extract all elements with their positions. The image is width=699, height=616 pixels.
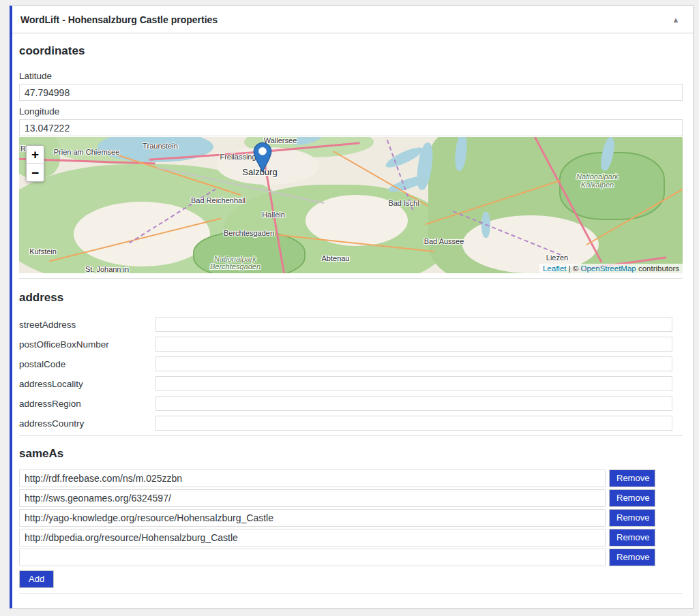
map-label: Liezen bbox=[546, 253, 568, 262]
street-address-input[interactable] bbox=[155, 317, 672, 332]
post-office-box-number-input[interactable] bbox=[155, 337, 672, 352]
attribution-suffix: contributors bbox=[636, 264, 679, 273]
zoom-in-button[interactable]: + bbox=[27, 146, 44, 164]
sameas-heading: sameAs bbox=[19, 447, 683, 460]
remove-button[interactable]: Remove bbox=[609, 509, 655, 527]
map-label: St. Johann in bbox=[85, 265, 129, 273]
map-label: Bad Aussee bbox=[424, 237, 464, 245]
wordlift-properties-metabox: WordLift - Hohensalzburg Castle properti… bbox=[10, 5, 694, 609]
address-region-input[interactable] bbox=[155, 396, 672, 411]
latitude-label: Latitude bbox=[19, 71, 683, 81]
map-label-park: Kalkalpen bbox=[581, 181, 614, 189]
address-country-input[interactable] bbox=[155, 416, 672, 431]
map-label-park: Nationalpark bbox=[576, 172, 619, 181]
address-row: postalCode bbox=[19, 356, 683, 371]
address-row: addressRegion bbox=[19, 396, 683, 411]
sameas-url-input[interactable] bbox=[19, 549, 606, 566]
add-button[interactable]: Add bbox=[19, 570, 54, 588]
map-label: Hallein bbox=[262, 211, 285, 219]
map-label-park: Berchtesgaden bbox=[210, 262, 261, 271]
map-label: Berchtesgaden bbox=[224, 229, 274, 237]
latitude-input[interactable] bbox=[19, 84, 683, 101]
sameas-row: Remove bbox=[19, 489, 683, 507]
address-locality-label: addressLocality bbox=[19, 379, 155, 389]
remove-button[interactable]: Remove bbox=[609, 529, 655, 546]
section-divider bbox=[19, 593, 683, 594]
address-row: addressCountry bbox=[19, 416, 683, 431]
collapse-arrow-icon: ▲ bbox=[672, 16, 680, 24]
sameas-row: Remove bbox=[19, 469, 683, 487]
longitude-label: Longitude bbox=[19, 106, 683, 117]
map-zoom-control: + − bbox=[26, 145, 44, 182]
sameas-row: Remove bbox=[19, 509, 683, 527]
address-row: streetAddress bbox=[19, 317, 683, 332]
attribution-separator: | © bbox=[566, 264, 580, 273]
map-label: Freilassing bbox=[220, 153, 256, 161]
map-label: Traunstein bbox=[143, 142, 178, 150]
metabox-header: WordLift - Hohensalzburg Castle properti… bbox=[12, 6, 693, 33]
map-label: Abtenau bbox=[322, 254, 350, 262]
map-label: Bad Ischl bbox=[388, 199, 419, 207]
postal-code-label: postalCode bbox=[19, 359, 155, 369]
address-region-label: addressRegion bbox=[19, 399, 155, 409]
post-office-box-number-label: postOfficeBoxNumber bbox=[19, 339, 155, 350]
address-row: postOfficeBoxNumber bbox=[19, 337, 683, 352]
sameas-row: Remove bbox=[19, 529, 683, 546]
sameas-url-input[interactable] bbox=[19, 529, 606, 546]
sameas-url-input[interactable] bbox=[19, 489, 606, 507]
leaflet-link[interactable]: Leaflet bbox=[543, 264, 567, 273]
collapse-toggle-button[interactable]: ▲ bbox=[666, 10, 686, 30]
address-country-label: addressCountry bbox=[19, 418, 155, 429]
remove-button[interactable]: Remove bbox=[609, 549, 655, 566]
address-row: addressLocality bbox=[19, 376, 683, 391]
sameas-url-input[interactable] bbox=[19, 509, 606, 527]
coordinates-heading: coordinates bbox=[19, 44, 683, 57]
sameas-row: Remove bbox=[19, 549, 683, 566]
leaflet-map[interactable]: Wallersee Traunstein Prien am Chiemsee R… bbox=[19, 137, 683, 273]
remove-button[interactable]: Remove bbox=[609, 489, 655, 507]
sameas-rows: Remove Remove Remove Remove Remove Add bbox=[19, 469, 683, 588]
metabox-title: WordLift - Hohensalzburg Castle properti… bbox=[20, 14, 218, 25]
address-heading: address bbox=[19, 291, 683, 304]
openstreetmap-link[interactable]: OpenStreetMap bbox=[581, 264, 636, 273]
longitude-input[interactable] bbox=[19, 119, 683, 136]
map-label: Bad Reichenhall bbox=[191, 196, 246, 204]
metabox-body: coordinates Latitude Longitude bbox=[12, 44, 693, 607]
postal-code-input[interactable] bbox=[155, 356, 672, 371]
map-label: Prien am Chiemsee bbox=[54, 148, 120, 156]
map-attribution: Leaflet | © OpenStreetMap contributors bbox=[539, 264, 683, 273]
address-fields: streetAddress postOfficeBoxNumber postal… bbox=[19, 317, 683, 431]
remove-button[interactable]: Remove bbox=[609, 469, 655, 487]
zoom-out-button[interactable]: − bbox=[27, 164, 44, 181]
map-label: Kufstein bbox=[29, 247, 57, 256]
section-divider bbox=[19, 435, 683, 436]
sameas-url-input[interactable] bbox=[19, 469, 606, 487]
street-address-label: streetAddress bbox=[19, 320, 155, 330]
section-divider bbox=[19, 278, 683, 279]
map-marker-icon[interactable] bbox=[253, 142, 272, 175]
address-locality-input[interactable] bbox=[155, 376, 672, 391]
